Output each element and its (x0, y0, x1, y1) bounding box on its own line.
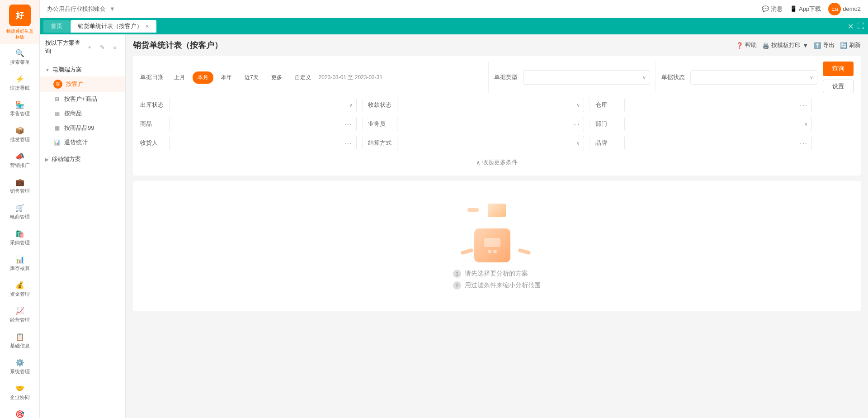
page-body: 按以下方案查询 ＋ ✎ « ▼ 电脑端方案 客 按客户 ⊞ (40, 34, 868, 418)
sidebar-item-basic[interactable]: 📋基础信息 (0, 328, 39, 354)
plan-by-customer-goods-icon: ⊞ (53, 95, 61, 103)
sidebar-item-marketing[interactable]: 📣营销推广 (0, 147, 39, 173)
pc-plan-group-header[interactable]: ▼ 电脑端方案 (40, 63, 125, 76)
date-btn-7days[interactable]: 近7天 (240, 71, 264, 84)
dept-label: 部门 (595, 120, 621, 128)
warehouse-select[interactable]: ··· (624, 98, 812, 112)
maximize-icon[interactable]: ⛶ (857, 22, 864, 30)
tab-sales-stat[interactable]: 销货单统计表（按客户） ✕ (71, 20, 156, 33)
goods-dots: ··· (344, 120, 353, 128)
plan-return-stat[interactable]: 📊 退货统计 (40, 135, 125, 150)
refresh-icon: 🔄 (840, 42, 847, 49)
sidebar-icon-newbie: 🎯 (15, 410, 24, 418)
help-label: 帮助 (745, 41, 757, 49)
date-btn-last-month[interactable]: 上月 (169, 71, 190, 84)
sidebar-item-sales[interactable]: 💼销售管理 (0, 173, 39, 199)
collapse-label: 收起更多条件 (482, 158, 518, 166)
plan-return-stat-icon: 📊 (53, 139, 61, 146)
payment-arrow: ∨ (576, 140, 580, 146)
sidebar-item-newbie[interactable]: 🎯新手引导 (0, 405, 39, 418)
collapse-panel-button[interactable]: « (110, 42, 120, 52)
plan-by-goods[interactable]: ▦ 按商品 (40, 106, 125, 121)
sidebar-item-operations[interactable]: 📈经营管理 (0, 302, 39, 328)
receiver-select[interactable]: ··· (169, 136, 357, 150)
brand-select[interactable]: ··· (624, 136, 812, 150)
date-btn-more[interactable]: 更多 (266, 71, 287, 84)
sidebar-label-sales: 销售管理 (10, 188, 30, 195)
sidebar-icon-search: 🔍 (15, 49, 24, 57)
mobile-group-label: 移动端方案 (52, 155, 81, 163)
sidebar-item-system[interactable]: ⚙️系统管理 (0, 354, 39, 380)
sidebar-item-inventory[interactable]: 📊库存核算 (0, 251, 39, 276)
plan-by-customer-goods[interactable]: ⊞ 按客户+商品 (40, 92, 125, 106)
receiver-label: 收货人 (140, 139, 165, 147)
close-window-icon[interactable]: ✕ (848, 22, 854, 31)
topbar-left: 办公用品行业模拟账套 ▼ (47, 5, 115, 13)
sidebar-label-marketing: 营销推广 (10, 162, 30, 169)
brand-dots: ··· (800, 139, 808, 147)
message-button[interactable]: 💬 消息 (762, 5, 783, 13)
setting-button[interactable]: 设置 (823, 80, 854, 93)
doc-status-select[interactable]: ∨ (690, 70, 817, 85)
date-btn-custom[interactable]: 自定义 (290, 71, 316, 84)
payment-select[interactable]: ∨ (397, 136, 585, 150)
out-status-label: 出库状态 (140, 101, 165, 109)
warehouse-dots: ··· (800, 101, 808, 109)
help-button[interactable]: ❓ 帮助 (736, 41, 757, 49)
collapse-bar[interactable]: ∧ 收起更多条件 (140, 155, 854, 170)
out-status-arrow: ∨ (349, 102, 353, 108)
sidebar-icon-quick-nav: ⚡ (15, 75, 24, 83)
edit-plan-button[interactable]: ✎ (97, 42, 107, 52)
refresh-button[interactable]: 🔄 刷新 (840, 41, 861, 49)
sidebar-item-purchase[interactable]: 🛍️采购管理 (0, 225, 39, 251)
receipt-status-arrow: ∨ (576, 102, 580, 108)
export-button[interactable]: ⬆️ 导出 (814, 41, 835, 49)
goods-select[interactable]: ··· (169, 117, 357, 131)
logo-area: 好 畅捷通好生意 标版 (0, 0, 39, 44)
sidebar-item-search[interactable]: 🔍搜索菜单 (0, 44, 39, 70)
plan-by-customer[interactable]: 客 按客户 (40, 76, 125, 92)
dropdown-arrow[interactable]: ▼ (109, 5, 115, 12)
add-plan-button[interactable]: ＋ (85, 42, 94, 52)
hint-text-1: 请先选择要分析的方案 (465, 270, 528, 278)
plan-by-goods-99[interactable]: ▦ 按商品品99 (40, 121, 125, 135)
sidebar-item-enterprise[interactable]: 🤝企业协同 (0, 380, 39, 405)
query-button[interactable]: 查询 (823, 62, 854, 76)
collapse-up-icon: ∧ (476, 159, 481, 166)
tabbar: 首页 销货单统计表（按客户） ✕ ✕ ⛶ (40, 18, 868, 34)
app-download-button[interactable]: 📱 App下载 (790, 5, 821, 13)
plan-by-goods-icon: ▦ (53, 110, 61, 117)
user-profile[interactable]: Ea demo2 (828, 3, 861, 15)
empty-hint-2: 2 用过滤条件来缩小分析范围 (453, 281, 541, 290)
template-print-button[interactable]: 🖨️ 按模板打印 ▼ (762, 41, 808, 49)
staff-label: 业务员 (368, 120, 393, 128)
sidebar-item-quick-nav[interactable]: ⚡快捷导航 (0, 70, 39, 96)
tab-close-icon[interactable]: ✕ (145, 24, 149, 29)
receipt-status-select[interactable]: ∨ (397, 98, 585, 112)
tab-home[interactable]: 首页 (43, 20, 70, 33)
message-label: 消息 (771, 5, 783, 13)
logo-icon[interactable]: 好 (9, 5, 31, 26)
sidebar-label-basic: 基础信息 (10, 342, 30, 349)
mobile-plan-group-header[interactable]: ▶ 移动端方案 (40, 152, 125, 166)
sidebar-icon-operations: 📈 (15, 307, 24, 315)
logo-text: 畅捷通好生意 标版 (6, 28, 33, 40)
pc-plan-group: ▼ 电脑端方案 客 按客户 ⊞ 按客户+商品 ▦ 按商品 ▦ 按商品品99 (40, 60, 125, 152)
sidebar-label-purchase: 采购管理 (10, 239, 30, 246)
sidebar-item-ecommerce[interactable]: 🛒电商管理 (0, 199, 39, 225)
doc-type-arrow: ∨ (642, 75, 646, 81)
sidebar-item-finance[interactable]: 💰资金管理 (0, 276, 39, 302)
date-btn-this-year[interactable]: 本年 (216, 71, 237, 84)
doc-status-label: 单据状态 (661, 73, 687, 81)
date-btn-this-month[interactable]: 本月 (193, 71, 213, 84)
sidebar-icon-sales: 💼 (15, 178, 24, 186)
out-status-select[interactable]: ∨ (169, 98, 357, 112)
dept-select[interactable]: ∨ (624, 117, 812, 131)
sidebar-item-wholesale[interactable]: 📦批发管理 (0, 122, 39, 147)
sidebar-icon-purchase: 🛍️ (15, 229, 24, 238)
staff-select[interactable]: ··· (397, 117, 585, 131)
sidebar-item-retail[interactable]: 🏪零售管理 (0, 96, 39, 122)
plan-by-goods-99-icon: ▦ (53, 124, 61, 132)
doc-type-select[interactable]: ∨ (523, 70, 650, 85)
industry-label: 办公用品行业模拟账套 (47, 5, 106, 13)
